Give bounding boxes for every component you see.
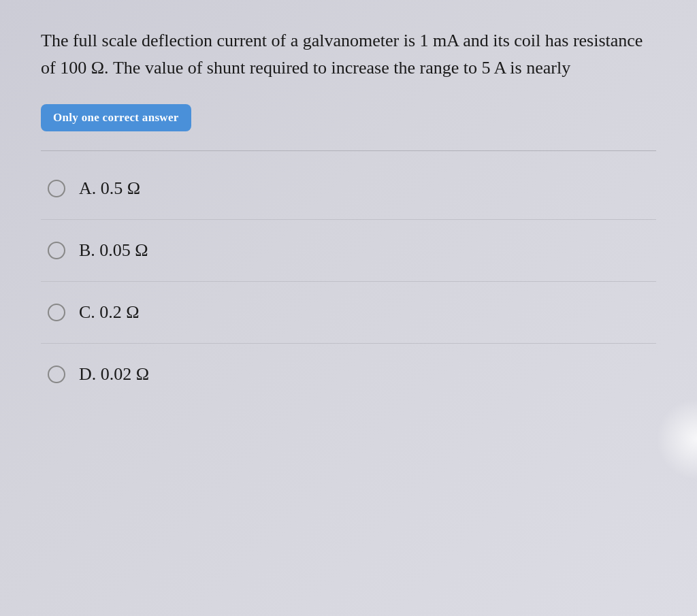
option-c-label: C. 0.2 Ω xyxy=(79,302,140,323)
badge-container: Only one correct answer xyxy=(41,104,656,131)
option-b-label: B. 0.05 Ω xyxy=(79,240,148,261)
option-a-label: A. 0.5 Ω xyxy=(79,178,140,199)
option-d-label: D. 0.02 Ω xyxy=(79,364,149,385)
radio-circle-a[interactable] xyxy=(48,180,65,197)
option-c[interactable]: C. 0.2 Ω xyxy=(41,282,656,344)
option-b[interactable]: B. 0.05 Ω xyxy=(41,220,656,282)
options-list: A. 0.5 Ω B. 0.05 Ω C. 0.2 Ω D. 0.02 Ω xyxy=(41,158,656,405)
option-d[interactable]: D. 0.02 Ω xyxy=(41,344,656,405)
section-divider xyxy=(41,150,656,151)
question-text: The full scale deflection current of a g… xyxy=(41,27,656,82)
radio-circle-c[interactable] xyxy=(48,304,65,321)
page-container: The full scale deflection current of a g… xyxy=(0,0,697,616)
radio-circle-d[interactable] xyxy=(48,366,65,383)
radio-circle-b[interactable] xyxy=(48,242,65,259)
option-a[interactable]: A. 0.5 Ω xyxy=(41,158,656,220)
only-one-correct-badge: Only one correct answer xyxy=(41,104,191,131)
